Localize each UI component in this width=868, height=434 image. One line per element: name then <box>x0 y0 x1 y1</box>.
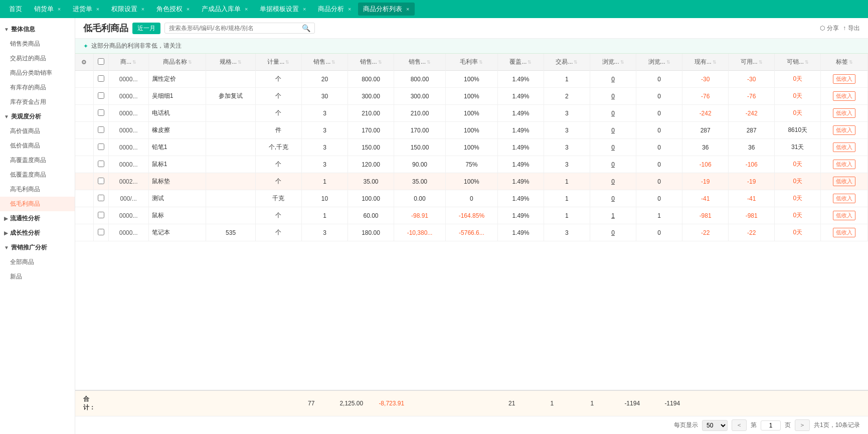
col-spec-header[interactable]: 规格...⇅ <box>206 54 255 71</box>
sidebar-item-sales-products[interactable]: 销售类商品 <box>0 37 75 51</box>
row-select-checkbox[interactable] <box>98 178 104 184</box>
browse1-link[interactable]: 1 <box>611 212 615 219</box>
sidebar-item-traded-products[interactable]: 交易过的商品 <box>0 51 75 66</box>
row-select-checkbox[interactable] <box>98 143 104 150</box>
search-input[interactable] <box>169 25 302 32</box>
row-checkbox[interactable] <box>93 190 108 207</box>
select-all-checkbox[interactable] <box>98 58 104 65</box>
row-select-checkbox[interactable] <box>98 126 104 133</box>
table-container[interactable]: ⚙ 商...⇅ 商品名称⇅ 规格...⇅ 计量...⇅ 销售...⇅ 销售...… <box>75 54 868 390</box>
sidebar-item-high-value[interactable]: 高价值商品 <box>0 124 75 138</box>
browse1-link[interactable]: 0 <box>611 76 615 83</box>
row-select-checkbox[interactable] <box>98 92 104 99</box>
browse1-link[interactable]: 0 <box>611 195 615 202</box>
browse1-link[interactable]: 0 <box>611 110 615 117</box>
browse1-link[interactable]: 0 <box>611 178 615 185</box>
row-checkbox[interactable] <box>93 173 108 190</box>
sidebar-item-high-coverage[interactable]: 高覆盖度商品 <box>0 153 75 168</box>
page-size-select[interactable]: 50 100 200 <box>702 420 728 431</box>
col-saleable-days-header[interactable]: 可销...⇅ <box>775 54 821 71</box>
col-sales-profit-header[interactable]: 销售...⇅ <box>394 54 446 71</box>
nav-product-entry[interactable]: 产成品入库单 × <box>197 3 253 16</box>
browse1-link[interactable]: 0 <box>611 93 615 100</box>
row-checkbox[interactable] <box>93 105 108 122</box>
row-checkbox[interactable] <box>93 71 108 88</box>
row-browse1[interactable]: 0 <box>590 71 636 88</box>
sidebar-group-beauty[interactable]: ▼ 美观度分析 <box>0 109 75 124</box>
nav-template[interactable]: 单据模板设置 × <box>255 3 311 16</box>
row-checkbox[interactable] <box>93 122 108 139</box>
col-settings[interactable]: ⚙ <box>75 54 93 71</box>
row-browse1[interactable]: 0 <box>590 173 636 190</box>
row-browse1[interactable]: 0 <box>590 88 636 105</box>
row-checkbox[interactable] <box>93 224 108 241</box>
sidebar-item-stocked-products[interactable]: 有库存的商品 <box>0 80 75 95</box>
next-page-button[interactable]: ＞ <box>795 419 810 431</box>
close-icon[interactable]: × <box>406 6 409 12</box>
col-browse1-header[interactable]: 浏览...⇅ <box>590 54 636 71</box>
col-code-header[interactable]: 商...⇅ <box>108 54 148 71</box>
row-browse1[interactable]: 0 <box>590 139 636 156</box>
close-icon[interactable]: × <box>187 6 190 12</box>
sidebar-item-low-margin[interactable]: 低毛利商品 <box>0 197 75 211</box>
row-browse1[interactable]: 1 <box>590 207 636 224</box>
nav-home[interactable]: 首页 <box>4 3 27 16</box>
search-icon[interactable]: 🔍 <box>302 24 310 32</box>
col-coverage-header[interactable]: 覆盖...⇅ <box>497 54 544 71</box>
browse1-link[interactable]: 0 <box>611 144 615 151</box>
row-select-checkbox[interactable] <box>98 161 104 167</box>
browse1-link[interactable]: 0 <box>611 127 615 134</box>
row-select-checkbox[interactable] <box>98 229 104 235</box>
close-icon[interactable]: × <box>96 6 99 12</box>
col-sales-amount-header[interactable]: 销售...⇅ <box>348 54 394 71</box>
col-gross-margin-header[interactable]: 毛利率⇅ <box>445 54 497 71</box>
sidebar-item-all-products[interactable]: 全部商品 <box>0 255 75 269</box>
close-icon[interactable]: × <box>245 6 248 12</box>
row-select-checkbox[interactable] <box>98 212 104 218</box>
col-sales-qty-header[interactable]: 销售...⇅ <box>301 54 348 71</box>
nav-product-analysis-list[interactable]: 商品分析列表 × <box>358 3 414 16</box>
sidebar-group-marketing[interactable]: ▼ 营销推广分析 <box>0 240 75 255</box>
nav-purchase[interactable]: 进货单 × <box>68 3 104 16</box>
sidebar-item-low-value[interactable]: 低价值商品 <box>0 138 75 153</box>
col-current-stock-header[interactable]: 现有...⇅ <box>682 54 729 71</box>
row-select-checkbox[interactable] <box>98 109 104 116</box>
col-browse2-header[interactable]: 浏览...⇅ <box>636 54 682 71</box>
row-checkbox[interactable] <box>93 88 108 105</box>
sidebar-group-liquidity[interactable]: ▶ 流通性分析 <box>0 211 75 226</box>
col-transaction-header[interactable]: 交易...⇅ <box>544 54 590 71</box>
close-icon[interactable]: × <box>141 6 144 12</box>
date-filter-button[interactable]: 近一月 <box>132 23 160 34</box>
nav-product-analysis[interactable]: 商品分析 × <box>313 3 356 16</box>
row-browse1[interactable]: 0 <box>590 122 636 139</box>
col-name-header[interactable]: 商品名称⇅ <box>148 54 206 71</box>
prev-page-button[interactable]: ＜ <box>732 419 747 431</box>
row-browse1[interactable]: 0 <box>590 156 636 173</box>
close-icon[interactable]: × <box>303 6 306 12</box>
export-button[interactable]: ↑ 导出 <box>843 24 860 33</box>
row-select-checkbox[interactable] <box>98 75 104 82</box>
col-unit-header[interactable]: 计量...⇅ <box>255 54 301 71</box>
share-button[interactable]: ⬡ 分享 <box>820 24 839 33</box>
sidebar-item-stock-capital[interactable]: 库存资金占用 <box>0 95 75 109</box>
nav-role[interactable]: 角色授权 × <box>151 3 195 16</box>
browse1-link[interactable]: 0 <box>611 161 615 168</box>
page-number-input[interactable] <box>761 420 781 430</box>
close-icon[interactable]: × <box>348 6 351 12</box>
browse1-link[interactable]: 0 <box>611 229 615 236</box>
row-checkbox[interactable] <box>93 207 108 224</box>
sidebar-item-new-products[interactable]: 新品 <box>0 269 75 284</box>
col-checkbox-header[interactable] <box>93 54 108 71</box>
row-checkbox[interactable] <box>93 156 108 173</box>
nav-permission[interactable]: 权限设置 × <box>106 3 149 16</box>
row-browse1[interactable]: 0 <box>590 190 636 207</box>
sidebar-item-low-coverage[interactable]: 低覆盖度商品 <box>0 168 75 182</box>
row-select-checkbox[interactable] <box>98 195 104 201</box>
sidebar-group-growth[interactable]: ▶ 成长性分析 <box>0 226 75 240</box>
close-icon[interactable]: × <box>58 6 61 12</box>
sidebar-item-high-margin[interactable]: 高毛利商品 <box>0 182 75 197</box>
col-tag-header[interactable]: 标签⇅ <box>821 54 868 71</box>
row-checkbox[interactable] <box>93 139 108 156</box>
row-browse1[interactable]: 0 <box>590 105 636 122</box>
sidebar-item-category-rate[interactable]: 商品分类助销率 <box>0 66 75 80</box>
